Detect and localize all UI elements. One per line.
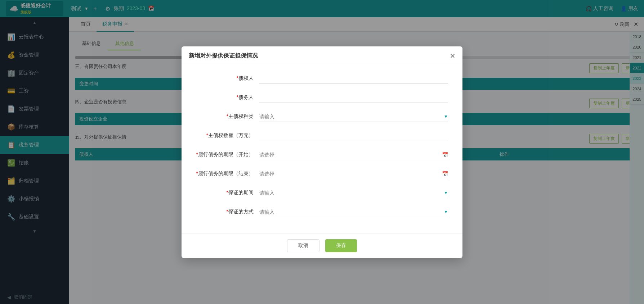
form-row-debtor: *债务人 (196, 92, 448, 103)
guarantee-period-input[interactable] (259, 190, 444, 196)
dialog-close-btn[interactable]: ✕ (450, 52, 455, 60)
form-row-guarantee-period: *保证的期间 ▼ (196, 188, 448, 198)
save-button[interactable]: 保存 (325, 239, 357, 252)
form-row-period-start: *履行债务的期限（开始） 📅 (196, 150, 448, 160)
guarantee-period-select[interactable]: ▼ (259, 188, 448, 198)
dialog-title: 新增对外提供保证担保情况 (189, 52, 258, 60)
required-star: * (237, 94, 238, 100)
required-star: * (227, 190, 228, 195)
period-start-input[interactable] (259, 152, 442, 158)
required-star: * (237, 75, 238, 81)
debt-type-select[interactable]: ▼ (259, 112, 448, 122)
required-star: * (227, 113, 228, 119)
guarantee-method-label: *保证的方式 (196, 209, 254, 215)
debt-type-chevron: ▼ (444, 114, 448, 119)
form-row-debt-amount: *主债权数额（万元） (196, 131, 448, 141)
dialog-footer: 取消 保存 (182, 233, 462, 258)
form-row-creditor: *债权人 (196, 73, 448, 84)
required-star: * (227, 209, 228, 214)
cancel-button[interactable]: 取消 (287, 239, 319, 252)
debt-amount-input[interactable] (259, 131, 448, 141)
form-row-period-end: *履行债务的期限（结束） 📅 (196, 169, 448, 179)
debtor-input[interactable] (259, 92, 448, 103)
debt-type-label: *主债权种类 (196, 113, 254, 120)
guarantee-period-label: *保证的期间 (196, 190, 254, 196)
required-star: * (196, 151, 198, 157)
form-row-debt-type: *主债权种类 ▼ (196, 112, 448, 122)
period-end-date[interactable]: 📅 (259, 169, 448, 179)
guarantee-period-chevron: ▼ (444, 190, 448, 195)
dialog-body: *债权人 *债务人 *主债权种类 ▼ (182, 66, 462, 233)
creditor-label: *债权人 (196, 75, 254, 82)
guarantee-method-chevron: ▼ (444, 209, 448, 214)
required-star: * (206, 132, 208, 138)
period-end-input[interactable] (259, 171, 442, 177)
dialog-header: 新增对外提供保证担保情况 ✕ (182, 46, 462, 66)
creditor-input[interactable] (259, 73, 448, 84)
calendar-end-icon[interactable]: 📅 (442, 171, 448, 177)
debt-type-input[interactable] (259, 114, 444, 119)
period-start-date[interactable]: 📅 (259, 150, 448, 160)
debt-amount-label: *主债权数额（万元） (196, 132, 254, 139)
guarantee-method-input[interactable] (259, 209, 444, 215)
dialog: 新增对外提供保证担保情况 ✕ *债权人 *债务人 * (182, 46, 462, 258)
guarantee-method-select[interactable]: ▼ (259, 207, 448, 217)
required-star: * (196, 171, 198, 176)
calendar-start-icon[interactable]: 📅 (442, 152, 448, 158)
debtor-label: *债务人 (196, 94, 254, 101)
period-end-label: *履行债务的期限（结束） (196, 171, 254, 177)
period-start-label: *履行债务的期限（开始） (196, 151, 254, 158)
form-row-guarantee-method: *保证的方式 ▼ (196, 207, 448, 217)
dialog-overlay[interactable]: 新增对外提供保证担保情况 ✕ *债权人 *债务人 * (0, 0, 644, 304)
